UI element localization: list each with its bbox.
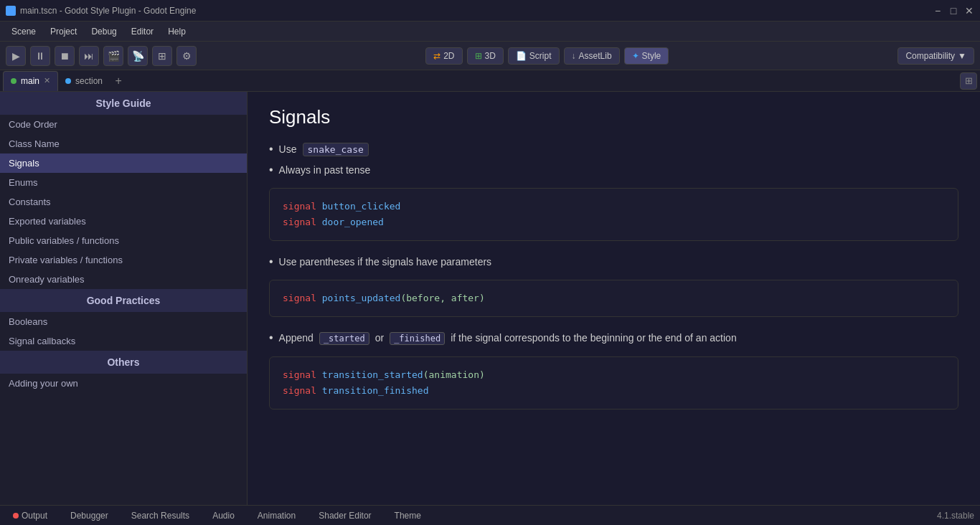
bullet-list-2: Use parentheses if the signals have para… [269,255,958,268]
status-audio[interactable]: Audio [205,509,242,523]
code2-params1: (before, after) [400,293,484,303]
status-output[interactable]: Output [6,509,55,523]
code2-kw1: signal [283,293,316,303]
bullet-item-2: Always in past tense [269,164,958,176]
sidebar-item-public-variables[interactable]: Public variables / functions [0,231,247,250]
menu-scene[interactable]: Scene [6,25,42,38]
output-label: Output [22,511,47,521]
tab-main[interactable]: main ✕ [3,71,58,91]
tab-section-dot [65,78,71,84]
code-block-2-line-1: signal points_updated(before, after) [283,290,945,306]
bullet4-prefix: Append [279,332,314,344]
sidebar-others-header: Others [0,351,247,374]
layout-end-icon[interactable]: ⊞ [960,72,977,90]
compat-arrow-icon: ▼ [958,51,966,61]
bullet-item-3: Use parentheses if the signals have para… [269,255,958,268]
shader-editor-label: Shader Editor [319,511,371,521]
close-button[interactable]: ✕ [964,6,974,16]
sidebar-item-signals[interactable]: Signals [0,153,247,173]
status-shader-editor[interactable]: Shader Editor [311,509,378,523]
extra-button[interactable]: ⚙ [176,46,197,66]
sidebar-item-onready-variables[interactable]: Onready variables [0,270,247,289]
remote-button[interactable]: 📡 [128,46,148,66]
menu-project[interactable]: Project [44,25,83,38]
btn-2d[interactable]: ⇄ 2D [425,47,462,65]
status-debugger[interactable]: Debugger [63,509,116,523]
code-block-3-line-2: signal transition_finished [283,383,945,399]
code3-params1: (animation) [423,369,485,380]
sidebar-item-constants[interactable]: Constants [0,192,247,212]
animation-label: Animation [258,511,296,521]
tab-bar: main ✕ section + ⊞ [0,70,980,92]
btn-2d-label: 2D [443,51,454,61]
code3-fn1: transition_started [322,369,423,380]
btn-assetlib[interactable]: ↓ AssetLib [564,47,620,65]
status-search-results[interactable]: Search Results [124,509,197,523]
output-dot [13,513,19,519]
tab-main-close[interactable]: ✕ [44,76,50,85]
btn-3d[interactable]: ⊞ 3D [467,47,504,65]
bullet4-code1: _started [319,332,369,345]
sidebar-item-code-order[interactable]: Code Order [0,115,247,134]
sidebar-item-exported-variables[interactable]: Exported variables [0,212,247,231]
stop-button[interactable]: ⏹ [55,46,75,66]
debugger-label: Debugger [70,511,108,521]
title-bar: main.tscn - Godot Style Plugin - Godot E… [0,0,980,22]
title-bar-left: main.tscn - Godot Style Plugin - Godot E… [6,6,196,16]
compat-button[interactable]: Compatibility ▼ [897,47,974,65]
sidebar-item-class-name[interactable]: Class Name [0,134,247,153]
sidebar-title: Style Guide [0,92,247,115]
btn-script-icon: 📄 [516,51,527,61]
tab-section[interactable]: section [58,71,110,91]
sidebar-item-private-variables[interactable]: Private variables / functions [0,250,247,270]
toolbar-right: Compatibility ▼ [897,47,974,65]
version-label: 4.1.stable [937,511,974,521]
movie-button[interactable]: 🎬 [103,46,123,66]
bullet-list: Use snake_case Always in past tense [269,143,958,176]
code-block-1-line-1: signal button_clicked [283,199,945,214]
menu-help[interactable]: Help [162,25,192,38]
bullet-item-1: Use snake_case [269,143,958,156]
code1-fn1: button_clicked [322,201,401,212]
compat-label: Compatibility [905,51,955,61]
bullet1-code: snake_case [303,143,369,156]
maximize-button[interactable]: □ [948,6,958,16]
btn-2d-icon: ⇄ [433,51,440,61]
content-area: Signals Use snake_case Always in past te… [248,92,980,505]
app-icon [6,6,16,16]
minimize-button[interactable]: − [933,6,943,16]
bullet-item-4: Append _started or _finished if the sign… [269,331,958,345]
code3-kw2: signal [283,385,316,396]
tab-main-label: main [21,76,39,86]
btn-script-label: Script [529,51,552,61]
play-button[interactable]: ▶ [6,46,26,66]
menu-bar: Scene Project Debug Editor Help [0,22,980,42]
menu-editor[interactable]: Editor [126,25,159,38]
code-block-2: signal points_updated(before, after) [269,280,958,317]
bullet1-prefix: Use [279,143,297,155]
code3-kw1: signal [283,369,316,380]
sidebar-item-signal-callbacks[interactable]: Signal callbacks [0,331,247,351]
code1-fn2: door_opened [322,217,384,227]
menu-debug[interactable]: Debug [85,25,122,38]
search-results-label: Search Results [131,511,189,521]
bullet-list-3: Append _started or _finished if the sign… [269,331,958,345]
title-bar-controls[interactable]: − □ ✕ [933,6,974,16]
code-block-3-line-1: signal transition_started(animation) [283,367,945,383]
sidebar-item-enums[interactable]: Enums [0,173,247,192]
status-theme[interactable]: Theme [387,509,428,523]
bullet4-mid: or [375,332,384,344]
status-bar: Output Debugger Search Results Audio Ani… [0,505,980,525]
btn-script[interactable]: 📄 Script [508,47,560,65]
btn-3d-icon: ⊞ [475,51,482,61]
pause-button[interactable]: ⏸ [30,46,50,66]
toolbar-left: ▶ ⏸ ⏹ ⏭ 🎬 📡 ⊞ ⚙ [6,46,197,66]
sidebar-item-adding-your-own[interactable]: Adding your own [0,374,247,393]
sidebar-item-booleans[interactable]: Booleans [0,312,247,331]
main-layout: Style Guide Code Order Class Name Signal… [0,92,980,505]
layout-button[interactable]: ⊞ [152,46,172,66]
btn-style[interactable]: ✦ Style [624,47,669,65]
status-animation[interactable]: Animation [250,509,303,523]
tab-add-button[interactable]: + [110,72,127,90]
step-button[interactable]: ⏭ [79,46,99,66]
